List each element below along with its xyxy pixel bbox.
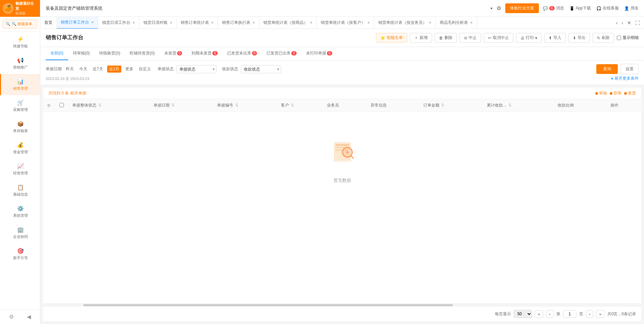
sub-tab-wangpu[interactable]: 旺铺待发货(0) [125, 47, 160, 60]
settings-bottom-icon[interactable]: ⚙ [8, 312, 15, 321]
tab-fullscreen-button[interactable]: ⛶ [634, 19, 641, 27]
print-button[interactable]: 🖨 打印 ▾ [516, 33, 542, 43]
sidebar-search[interactable]: 🔍 🔍 搜索菜单 [0, 17, 40, 32]
tab-close-sales-exec[interactable]: ✕ [252, 21, 255, 25]
sidebar-item-enterprise[interactable]: 🏢 企业协同 [0, 222, 40, 243]
cancel-review-batch-button[interactable]: 弃审 [610, 90, 621, 96]
sidebar-item-marketing[interactable]: 📢 营销推广 [0, 53, 40, 74]
cancel-stop-button[interactable]: ↩ 取消中止 [484, 33, 513, 43]
tab-sales-stat-product[interactable]: 销货单统计表（按商品） ✕ [259, 17, 317, 29]
next-page-button[interactable]: › [586, 310, 593, 318]
page-number-input[interactable] [563, 310, 576, 318]
message-action[interactable]: 💬 6 消息 [543, 5, 564, 11]
operation-icon: 📈 [17, 163, 24, 169]
tab-sales-order[interactable]: 销售订单工作台 ✕ [57, 17, 98, 29]
sidebar-item-basic[interactable]: 📋 基础信息 [0, 180, 40, 201]
first-page-button[interactable]: « [535, 310, 543, 318]
export-button[interactable]: ⬇ 导出 [568, 33, 590, 43]
sidebar-item-guide[interactable]: 🎯 新手引导 [0, 243, 40, 265]
col-settings[interactable]: ⚙ [43, 99, 55, 112]
tab-cash-reconcile[interactable]: 钱货日清对账 ✕ [139, 17, 177, 29]
tab-close-stat-customer[interactable]: ✕ [367, 21, 370, 25]
tab-close-stat-product[interactable]: ✕ [310, 21, 312, 25]
tab-close-cash-reconcile[interactable]: ✕ [170, 21, 172, 25]
tab-prev-button[interactable]: ‹ [615, 19, 619, 27]
filter-setting-button[interactable]: 设置 [620, 64, 639, 74]
sidebar-item-purchase[interactable]: 🛒 采购管理 [0, 95, 40, 116]
tab-sales-stat[interactable]: 销售订单统计表 ✕ [177, 17, 218, 29]
tab-sales-exec[interactable]: 销售订单执行表 ✕ [218, 17, 259, 29]
sort-date[interactable]: ⇅ [171, 103, 175, 108]
sidebar-item-inventory[interactable]: 📦 库存核算 [0, 116, 40, 137]
sort-number[interactable]: ⇅ [235, 103, 239, 108]
sub-tab-unshipped[interactable]: 未发货0 [160, 47, 187, 60]
online-service-action[interactable]: 🎧 在线客服 [596, 5, 619, 11]
last-page-button[interactable]: » [596, 310, 604, 318]
tab-close-all-button[interactable]: ✕ [626, 19, 633, 27]
tab-sales-stat-customer[interactable]: 销货单统计表（按客户） ✕ [317, 17, 374, 29]
solution-button[interactable]: 体验行业方案 [505, 3, 539, 13]
sidebar-item-operation[interactable]: 📈 经营管理 [0, 159, 40, 180]
settings-icon[interactable]: ⚙ [497, 5, 501, 11]
search-menu-button[interactable]: 🔍 🔍 搜索菜单 [3, 19, 37, 29]
sidebar-item-sales[interactable]: 📊 销售管理 [0, 74, 40, 95]
scrollbar-thumb[interactable] [83, 304, 453, 306]
page-title: 销售订单工作台 [46, 34, 83, 41]
add-button[interactable]: ＋ 新增 [410, 33, 432, 43]
sub-tab-pending-check[interactable]: 待拣验货(0) [94, 47, 125, 60]
date-custom[interactable]: 自定义 [137, 66, 152, 73]
tab-cashier[interactable]: 钱货日清工作台 ✕ [98, 17, 139, 29]
date-today[interactable]: 今天 [78, 66, 89, 73]
select-all-checkbox[interactable] [59, 103, 64, 107]
system-dropdown[interactable]: ▾ [490, 6, 492, 11]
expand-filter-button[interactable]: ▾ 展开更多条件 [611, 76, 639, 81]
column-settings-icon[interactable]: ⚙ [47, 103, 51, 108]
show-detail-checkbox-wrapper[interactable]: 显示明细 [617, 35, 639, 41]
page-size-select[interactable]: 50 10 20 100 [514, 310, 532, 318]
date-7days[interactable]: 近7天 [91, 66, 104, 73]
query-button[interactable]: 查询 [596, 64, 618, 74]
date-1month[interactable]: 近1月 [107, 66, 122, 73]
phone-icon: 📱 [569, 6, 574, 11]
tab-gross-profit[interactable]: 商品毛利分析表 ✕ [436, 17, 477, 29]
app-download-action[interactable]: 📱 App下载 [569, 5, 591, 11]
sort-amount[interactable]: ⇅ [441, 103, 444, 108]
date-yesterday[interactable]: 昨天 [65, 66, 75, 73]
status-select[interactable]: 单据状态 [176, 65, 217, 73]
tab-next-button[interactable]: › [620, 19, 625, 27]
tab-close-stat-staff[interactable]: ✕ [429, 21, 431, 25]
sidebar-item-finance[interactable]: 💰 资金管理 [0, 137, 40, 159]
prev-page-button[interactable]: ‹ [546, 310, 553, 318]
tab-close-cashier[interactable]: ✕ [132, 21, 135, 25]
tab-close-sales-stat[interactable]: ✕ [211, 21, 214, 25]
stop-button[interactable]: ⊘ 中止 [460, 33, 481, 43]
tab-home[interactable]: 首页 [40, 17, 57, 29]
collapse-sidebar-button[interactable]: ◀ [26, 312, 32, 321]
user-action[interactable]: 👤 用友 [624, 5, 639, 11]
sort-customer[interactable]: ⇅ [291, 103, 294, 108]
sub-tab-shipped-not-out[interactable]: 已发货未出库0 [222, 47, 262, 60]
sort-status[interactable]: ⇅ [98, 103, 101, 108]
sub-tab-unprinted[interactable]: 未打印单据0 [301, 47, 337, 60]
horizontal-scrollbar[interactable] [43, 303, 641, 306]
smart-create-button[interactable]: ⭐ 智能生单 [376, 33, 407, 43]
delete-button[interactable]: 🗑 删除 [435, 33, 457, 43]
show-detail-checkbox[interactable] [617, 36, 621, 40]
tab-sales-stat-staff[interactable]: 销货单统计表（按业务员） ✕ [374, 17, 436, 29]
ship-batch-button[interactable]: 发货 [624, 90, 636, 96]
tab-close-sales-order[interactable]: ✕ [91, 21, 94, 24]
refresh-button[interactable]: ↻ 刷新 [593, 33, 614, 43]
sidebar-item-system[interactable]: ⚙️ 系统管理 [0, 201, 40, 222]
sub-tab-pending-review[interactable]: 待审核(0) [68, 47, 95, 60]
import-button[interactable]: ⬆ 导入 [544, 33, 566, 43]
tab-close-gross-profit[interactable]: ✕ [470, 21, 473, 25]
review-batch-button[interactable]: 审核 [595, 90, 607, 96]
date-more[interactable]: 更多 [124, 66, 135, 73]
sub-tab-expired-unshipped[interactable]: 到期未发货0 [187, 47, 222, 60]
sub-tab-shipped-out[interactable]: 已发货已出库0 [262, 47, 301, 60]
sidebar-item-quick-nav[interactable]: ⚡ 快捷导航 [0, 32, 40, 53]
col-checkbox[interactable] [55, 99, 68, 112]
sort-collected[interactable]: ⇅ [508, 103, 512, 108]
sub-tab-all[interactable]: 全部(0) [46, 47, 68, 60]
payment-select[interactable]: 收款状态 [241, 65, 281, 73]
